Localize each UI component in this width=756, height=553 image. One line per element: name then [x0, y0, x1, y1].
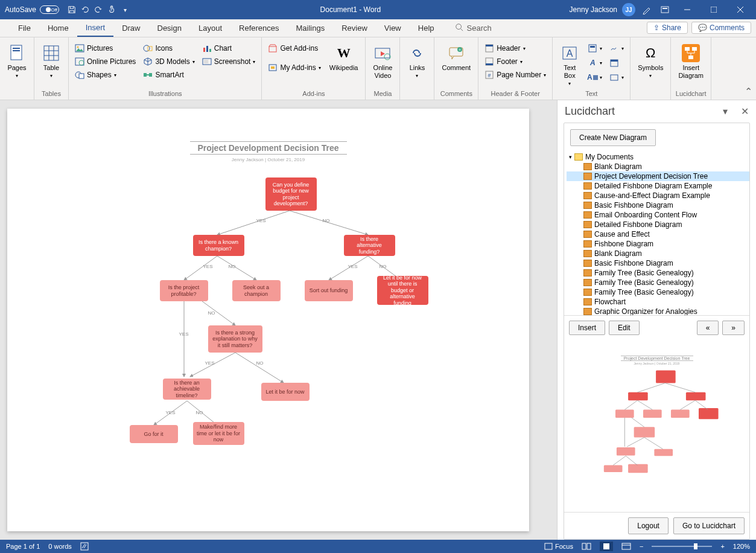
taskpane-close-icon[interactable]: ✕ [741, 106, 749, 117]
footer-button[interactable]: Footer▾ [482, 56, 548, 68]
tab-references[interactable]: References [230, 19, 287, 37]
prev-page-button[interactable]: « [697, 321, 719, 335]
tree-file[interactable]: Family Tree (Basic Genealogy) [567, 268, 749, 278]
search-box[interactable]: Search [455, 19, 492, 37]
tree-file[interactable]: Fishbone Diagram [567, 239, 749, 249]
tree-file[interactable]: Cause-and-Effect Diagram Example [567, 191, 749, 200]
tab-file[interactable]: File [10, 19, 39, 37]
tab-help[interactable]: Help [410, 19, 443, 37]
tab-design[interactable]: Design [149, 19, 190, 37]
page-number-button[interactable]: #Page Number▾ [482, 69, 548, 81]
wordart-button[interactable]: A▾ [585, 57, 605, 69]
chart-button[interactable]: Chart [200, 42, 258, 54]
tab-review[interactable]: Review [333, 19, 376, 37]
header-icon [484, 43, 494, 53]
group-media: Media [369, 89, 396, 100]
online-pictures-button[interactable]: Online Pictures [72, 56, 138, 68]
tree-file[interactable]: Basic Fishbone Diagram [567, 258, 749, 268]
insert-diagram-button[interactable]: Insert [569, 321, 605, 335]
object-button[interactable]: ▾ [607, 71, 626, 83]
tree-file[interactable]: Cause and Effect [567, 229, 749, 239]
redo-icon[interactable] [92, 3, 105, 16]
lucidchart-insert-button[interactable]: Insert Diagram [675, 42, 707, 81]
tree-file[interactable]: Family Tree (Basic Genealogy) [567, 278, 749, 287]
zoom-out-button[interactable]: − [640, 543, 643, 550]
logout-button[interactable]: Logout [628, 517, 669, 534]
tab-home[interactable]: Home [39, 19, 77, 37]
svg-rect-54 [692, 47, 697, 51]
tree-file[interactable]: Blank Diagram [567, 249, 749, 258]
customize-qat-icon[interactable]: ▾ [118, 3, 132, 16]
user-avatar[interactable]: JJ [622, 3, 635, 16]
document-tree[interactable]: ▾My Documents Blank DiagramProject Devel… [564, 152, 749, 315]
quick-parts-button[interactable]: ▾ [585, 42, 605, 54]
node-strong-exp: Is there a strong explanation to why it … [208, 325, 262, 353]
zoom-in-button[interactable]: + [720, 543, 724, 550]
page-indicator[interactable]: Page 1 of 1 [6, 543, 40, 550]
tree-file[interactable]: Project Development Decision Tree [567, 171, 749, 181]
online-video-button[interactable]: Online Video [369, 42, 396, 81]
tree-file[interactable]: Graphic Organizer for Analogies [567, 307, 749, 315]
smartart-button[interactable]: SmartArt [141, 69, 197, 81]
autosave-toggle[interactable]: AutoSave Off [5, 5, 59, 14]
tab-draw[interactable]: Draw [113, 19, 148, 37]
word-count[interactable]: 0 words [48, 543, 72, 550]
pages-button[interactable]: Pages▾ [4, 42, 30, 80]
comments-button[interactable]: 💬Comments [691, 22, 751, 34]
header-button[interactable]: Header▾ [482, 42, 548, 54]
document-icon [583, 221, 592, 228]
wikipedia-button[interactable]: WWikipedia [326, 42, 362, 73]
document-canvas[interactable]: Project Development Decision Tree Jenny … [0, 100, 557, 540]
tree-file[interactable]: Basic Fishbone Diagram [567, 200, 749, 210]
date-time-button[interactable] [607, 57, 626, 69]
read-mode-icon[interactable] [582, 543, 591, 550]
spellcheck-icon[interactable] [80, 542, 90, 551]
3d-models-button[interactable]: 3D Models▾ [141, 56, 197, 68]
tree-file[interactable]: Blank Diagram [567, 162, 749, 171]
zoom-level[interactable]: 120% [733, 543, 750, 550]
my-addins-button[interactable]: My Add-ins▾ [265, 62, 323, 74]
tab-mailings[interactable]: Mailings [288, 19, 334, 37]
touch-mode-icon[interactable] [105, 3, 118, 16]
tree-file[interactable]: Email Onboarding Content Flow [567, 210, 749, 220]
drawing-mode-icon[interactable] [640, 3, 653, 16]
links-button[interactable]: Links▾ [404, 42, 430, 80]
minimize-button[interactable] [676, 0, 698, 19]
tree-file[interactable]: Detailed Fishbone Diagram [567, 220, 749, 229]
undo-icon[interactable] [78, 3, 92, 16]
textbox-button[interactable]: AText Box▾ [556, 42, 583, 88]
edit-diagram-button[interactable]: Edit [609, 321, 640, 335]
next-page-button[interactable]: » [722, 321, 745, 335]
dropcap-button[interactable]: A≣▾ [585, 71, 605, 83]
shapes-button[interactable]: Shapes▾ [72, 69, 138, 81]
tab-view[interactable]: View [376, 19, 410, 37]
maximize-button[interactable] [703, 0, 725, 19]
tree-file[interactable]: Detailed Fishbone Diagram Example [567, 181, 749, 191]
table-button[interactable]: Table▾ [38, 42, 65, 80]
goto-lucidchart-button[interactable]: Go to Lucidchart [673, 517, 745, 534]
tree-file[interactable]: Flowchart [567, 297, 749, 307]
taskpane-menu-icon[interactable]: ▾ [723, 106, 728, 117]
save-icon[interactable] [65, 3, 78, 16]
close-button[interactable] [729, 0, 751, 19]
icons-button[interactable]: Icons [141, 42, 197, 54]
screenshot-button[interactable]: Screenshot▾ [200, 56, 258, 68]
tab-insert[interactable]: Insert [77, 19, 114, 37]
user-name[interactable]: Jenny Jackson [570, 5, 617, 14]
focus-mode[interactable]: Focus [544, 543, 573, 550]
web-layout-icon[interactable] [621, 543, 631, 550]
get-addins-button[interactable]: Get Add-ins [265, 42, 323, 54]
tree-folder[interactable]: ▾My Documents [567, 152, 749, 162]
tree-file[interactable]: Family Tree (Basic Genealogy) [567, 287, 749, 297]
pictures-button[interactable]: Pictures [72, 42, 138, 54]
create-diagram-button[interactable]: Create New Diagram [570, 129, 656, 146]
print-layout-icon[interactable] [600, 542, 613, 551]
tab-layout[interactable]: Layout [190, 19, 230, 37]
signature-button[interactable]: ▾ [607, 42, 626, 54]
share-button[interactable]: ⇪Share [647, 22, 688, 34]
comment-button[interactable]: +Comment [438, 42, 474, 73]
ribbon-display-icon[interactable] [658, 3, 672, 16]
zoom-slider[interactable] [652, 546, 712, 547]
symbols-button[interactable]: ΩSymbols▾ [634, 42, 667, 80]
collapse-ribbon-icon[interactable]: ⌃ [745, 86, 752, 97]
